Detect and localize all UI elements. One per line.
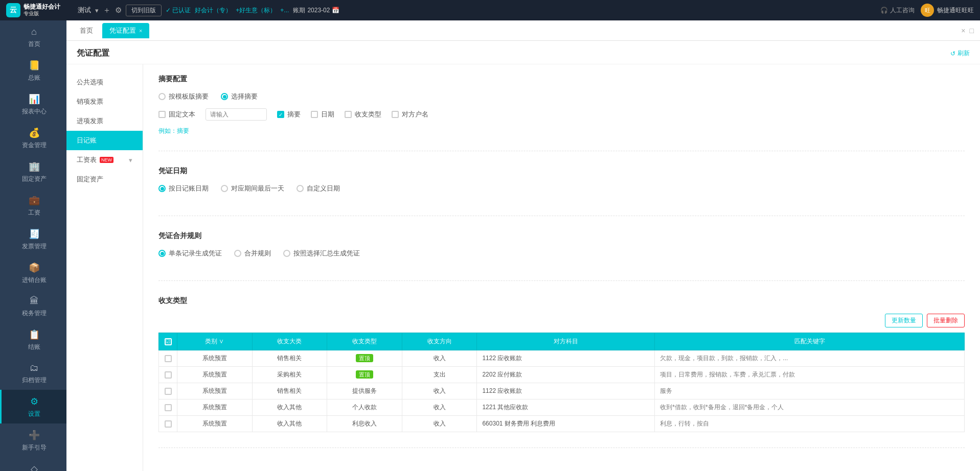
company-dropdown-icon[interactable]: ▾ <box>95 7 99 14</box>
sidebar-item-invoice[interactable]: 🧾 发票管理 <box>0 222 66 256</box>
gear-icon[interactable]: ⚙ <box>115 6 122 15</box>
topbar-right: 🎧 人工咨询 旺 畅捷通旺旺旺 <box>880 4 974 17</box>
sidebar-item-archive[interactable]: 🗂 归档管理 <box>0 357 66 390</box>
merge-rules-radio-group: 单条记录生成凭证 合并规则 按照选择汇总生成凭证 <box>158 249 965 258</box>
row-type-4: 利息收入 <box>327 416 402 432</box>
checkbox-fixed-text[interactable]: 固定文本 <box>158 110 195 119</box>
main-layout: ⌂ 首页 📒 总账 📊 报表中心 💰 资金管理 🏢 固定资产 💼 工资 🧾 发票… <box>0 20 980 471</box>
sidebar-item-member[interactable]: ◇ 畅会员 <box>0 457 66 471</box>
row-checkbox-0[interactable] <box>159 350 177 367</box>
left-nav-payroll[interactable]: 工资表 NEW ▾ <box>66 150 143 170</box>
checkbox-summary[interactable]: ✓ 摘要 <box>277 110 301 119</box>
merge-rules-title: 凭证合并规则 <box>158 231 965 241</box>
radio-merge-rules[interactable]: 合并规则 <box>234 249 271 258</box>
row-checkbox-2[interactable] <box>159 383 177 399</box>
row-checkbox-4[interactable] <box>159 416 177 432</box>
sidebar-item-funds[interactable]: 💰 资金管理 <box>0 121 66 155</box>
archive-icon: 🗂 <box>30 363 39 373</box>
row-keywords-2: 服务 <box>655 383 965 399</box>
row-type-1: 置顶 <box>327 367 402 383</box>
row-keywords-4: 利息，行转，按自 <box>655 416 965 432</box>
calendar-icon[interactable]: 📅 <box>332 7 339 14</box>
radio-select-summary[interactable]: 选择摘要 <box>221 92 258 101</box>
service-button[interactable]: 🎧 人工咨询 <box>880 6 915 15</box>
sidebar-item-assets[interactable]: 🏢 固定资产 <box>0 155 66 189</box>
left-nav-diary[interactable]: 日记账 <box>66 131 143 150</box>
pin-tag-0: 置顶 <box>356 354 373 362</box>
sidebar-item-home[interactable]: ⌂ 首页 <box>0 20 66 54</box>
tax-icon: 🏛 <box>30 296 39 307</box>
update-count-button[interactable]: 更新数量 <box>885 314 923 327</box>
row-category-4: 系统预置 <box>177 416 253 432</box>
row-major-type-4: 收入其他 <box>252 416 327 432</box>
sidebar-item-purchase[interactable]: 📦 进销台账 <box>0 256 66 290</box>
summary-checkbox-row: 固定文本 ✓ 摘要 日期 <box>158 108 965 121</box>
radio-template-summary[interactable]: 按模板版摘要 <box>158 92 209 101</box>
row-direction-3: 收入 <box>402 399 477 416</box>
sidebar-item-salary[interactable]: 💼 工资 <box>0 189 66 222</box>
left-nav-fixed-assets[interactable]: 固定资产 <box>66 170 143 189</box>
summary-config-title: 摘要配置 <box>158 75 965 84</box>
product-tag3: +... <box>280 7 289 14</box>
sidebar-item-settlement[interactable]: 📋 结账 <box>0 323 66 357</box>
row-keywords-0: 欠款，现金，项目款，到款，报销款，汇入，... <box>655 350 965 367</box>
checkbox-income-type[interactable]: 收支类型 <box>345 110 381 119</box>
refresh-icon: ↺ <box>950 50 955 57</box>
voucher-date-title: 凭证日期 <box>158 167 965 176</box>
sidebar-label-funds: 资金管理 <box>22 141 47 150</box>
sidebar-item-ledger[interactable]: 📒 总账 <box>0 54 66 87</box>
ledger-icon: 📒 <box>29 60 40 71</box>
tab-close-icon[interactable]: × <box>139 28 142 34</box>
fixed-text-input[interactable] <box>206 108 267 121</box>
row-major-type-3: 收入其他 <box>252 399 327 416</box>
col-header-check[interactable]: ☑ <box>159 333 177 350</box>
radio-summary-generate[interactable]: 按照选择汇总生成凭证 <box>283 249 360 258</box>
radio-diary-date[interactable]: 按日记账日期 <box>158 184 209 193</box>
voucher-date-radio-group: 按日记账日期 对应期间最后一天 自定义日期 <box>158 184 965 193</box>
tab-voucher-config[interactable]: 凭证配置 × <box>102 23 149 38</box>
switch-version-button[interactable]: 切到旧版 <box>126 5 162 16</box>
username: 畅捷通旺旺旺 <box>937 6 974 15</box>
user-menu[interactable]: 旺 畅捷通旺旺旺 <box>921 4 974 17</box>
radio-circle-summary-generate <box>283 250 290 257</box>
row-account-3: 1221 其他应收款 <box>477 399 655 416</box>
sidebar-label-tax: 税务管理 <box>22 309 47 318</box>
window-close-icon[interactable]: × <box>961 27 965 35</box>
radio-custom-date[interactable]: 自定义日期 <box>297 184 340 193</box>
add-icon[interactable]: ＋ <box>103 5 111 16</box>
reports-icon: 📊 <box>29 93 40 105</box>
sidebar-item-guide[interactable]: ➕ 新手引导 <box>0 423 66 457</box>
row-keywords-1: 项目，日常费用，报销款，车费，承兑汇票，付款 <box>655 367 965 383</box>
page-title: 凭证配置 <box>77 48 109 59</box>
row-category-3: 系统预置 <box>177 399 253 416</box>
sidebar: ⌂ 首页 📒 总账 📊 报表中心 💰 资金管理 🏢 固定资产 💼 工资 🧾 发票… <box>0 20 66 471</box>
sidebar-item-reports[interactable]: 📊 报表中心 <box>0 87 66 121</box>
window-maximize-icon[interactable]: □ <box>970 27 974 35</box>
row-type-2: 提供服务 <box>327 383 402 399</box>
assets-icon: 🏢 <box>29 161 40 172</box>
row-checkbox-3[interactable] <box>159 399 177 416</box>
content-with-sidenav: 公共选项 销项发票 进项发票 日记账 工资表 NEW ▾ <box>66 64 980 471</box>
row-direction-2: 收入 <box>402 383 477 399</box>
checkbox-counterparty[interactable]: 对方户名 <box>392 110 428 119</box>
radio-period-last-day[interactable]: 对应期间最后一天 <box>221 184 284 193</box>
radio-single-record[interactable]: 单条记录生成凭证 <box>158 249 222 258</box>
select-all-checkbox[interactable]: ☑ <box>165 338 172 345</box>
tab-home[interactable]: 首页 <box>73 23 100 38</box>
refresh-button[interactable]: ↺ 刷新 <box>950 49 970 58</box>
left-nav-sales-invoice[interactable]: 销项发票 <box>66 92 143 111</box>
sidebar-item-settings[interactable]: ⚙ 设置 <box>0 390 66 423</box>
row-checkbox-1[interactable] <box>159 367 177 383</box>
sidebar-label-guide: 新手引导 <box>22 443 47 452</box>
window-actions: × □ <box>961 27 974 35</box>
radio-circle-custom-date <box>297 185 304 192</box>
content-area: 首页 凭证配置 × × □ 凭证配置 ↺ 刷新 <box>66 20 980 471</box>
sidebar-item-tax[interactable]: 🏛 税务管理 <box>0 290 66 323</box>
left-nav-purchase-invoice[interactable]: 进项发票 <box>66 111 143 131</box>
member-icon: ◇ <box>31 463 38 471</box>
checkbox-date[interactable]: 日期 <box>311 110 334 119</box>
batch-delete-button[interactable]: 批量删除 <box>927 314 965 327</box>
product-tag1: 好会计（专） <box>195 6 232 15</box>
left-nav-common[interactable]: 公共选项 <box>66 73 143 92</box>
topbar: 云 畅捷通好会计 专业版 测试 ▾ ＋ ⚙ 切到旧版 ✓ 已认证 好会计（专） … <box>0 0 980 20</box>
